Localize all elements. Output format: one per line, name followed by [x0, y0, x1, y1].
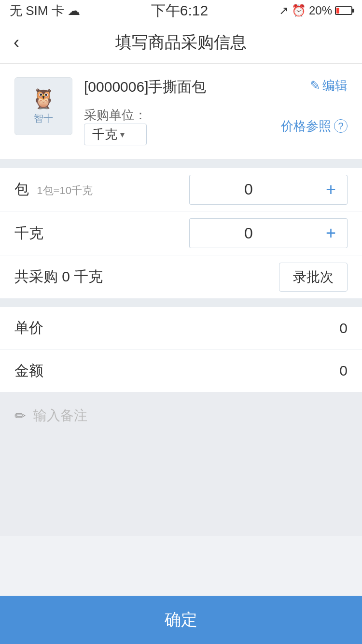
- pencil-icon: ✏: [14, 408, 26, 424]
- unit-select[interactable]: 千克 ▾: [84, 124, 147, 145]
- page-spacer: [0, 439, 362, 536]
- kg-label: 千克: [14, 224, 189, 243]
- product-image: 🦉 智十: [14, 77, 72, 135]
- amount-value: 0: [339, 363, 348, 379]
- unit-label-group: 采购单位： 千克 ▾: [84, 107, 147, 145]
- amount-label: 金额: [14, 361, 43, 381]
- back-button[interactable]: ‹: [14, 32, 19, 53]
- confirm-button[interactable]: 确定: [0, 596, 362, 644]
- price-ref-label: 价格参照: [281, 118, 331, 135]
- note-placeholder: 输入备注: [33, 406, 87, 425]
- kg-input[interactable]: [189, 218, 315, 248]
- bao-input[interactable]: [189, 175, 315, 205]
- bao-input-row: 包 1包=10千克 +: [0, 168, 362, 211]
- section-divider-1: [0, 159, 362, 168]
- product-name: [0000006]手撕面包: [84, 77, 206, 97]
- record-batch-button[interactable]: 录批次: [279, 263, 348, 292]
- product-top-row: [0000006]手撕面包 ✎ 编辑: [84, 77, 348, 97]
- status-time: 下午6:12: [151, 1, 208, 21]
- kg-plus-button[interactable]: +: [315, 218, 348, 248]
- battery-percent: 20%: [309, 4, 332, 17]
- nav-bar: ‹ 填写商品采购信息: [0, 21, 362, 64]
- bao-input-right: +: [189, 175, 348, 205]
- unit-price-label: 单价: [14, 318, 43, 338]
- price-reference-button[interactable]: 价格参照 ?: [281, 118, 348, 135]
- note-section[interactable]: ✏ 输入备注: [0, 392, 362, 439]
- unit-price-value: 0: [339, 320, 348, 336]
- section-divider-2: [0, 298, 362, 307]
- battery-icon: [335, 6, 352, 15]
- page-title: 填写商品采购信息: [115, 31, 247, 54]
- bao-label: 包: [14, 181, 29, 197]
- bao-label-group: 包 1包=10千克: [14, 180, 189, 199]
- summary-text: 共采购 0 千克: [14, 267, 103, 287]
- product-logo-text: 智十: [34, 112, 53, 125]
- price-section: 单价 0 金额 0: [0, 307, 362, 392]
- product-unit-row: 采购单位： 千克 ▾ 价格参照 ?: [84, 107, 348, 145]
- bao-sublabel: 1包=10千克: [37, 184, 93, 196]
- alarm-icon: ⏰: [292, 4, 306, 17]
- product-card: 🦉 智十 [0000006]手撕面包 ✎ 编辑 采购单位： 千克 ▾: [0, 64, 362, 159]
- amount-row: 金额 0: [0, 350, 362, 392]
- status-bar: 无 SIM 卡 ☁ 下午6:12 ↗ ⏰ 20%: [0, 0, 362, 21]
- product-info: [0000006]手撕面包 ✎ 编辑 采购单位： 千克 ▾ 价格参照 ?: [84, 77, 348, 145]
- info-icon: ?: [334, 119, 348, 133]
- location-icon: ↗: [279, 4, 289, 17]
- edit-label: 编辑: [322, 77, 348, 94]
- edit-button[interactable]: ✎ 编辑: [310, 77, 348, 94]
- summary-row: 共采购 0 千克 录批次: [0, 255, 362, 298]
- unit-label: 采购单位：: [84, 108, 147, 122]
- kg-input-row: 千克 +: [0, 211, 362, 255]
- status-left: 无 SIM 卡 ☁: [10, 2, 80, 19]
- status-right: ↗ ⏰ 20%: [279, 4, 352, 17]
- input-section: 包 1包=10千克 + 千克 +: [0, 168, 362, 255]
- product-logo-icon: 🦉: [31, 87, 56, 110]
- unit-price-row: 单价 0: [0, 307, 362, 350]
- unit-value: 千克: [92, 126, 117, 143]
- kg-input-right: +: [189, 218, 348, 248]
- bao-plus-button[interactable]: +: [315, 175, 348, 205]
- edit-icon: ✎: [310, 78, 320, 93]
- sim-status: 无 SIM 卡 ☁: [10, 2, 80, 19]
- chevron-down-icon: ▾: [120, 129, 125, 140]
